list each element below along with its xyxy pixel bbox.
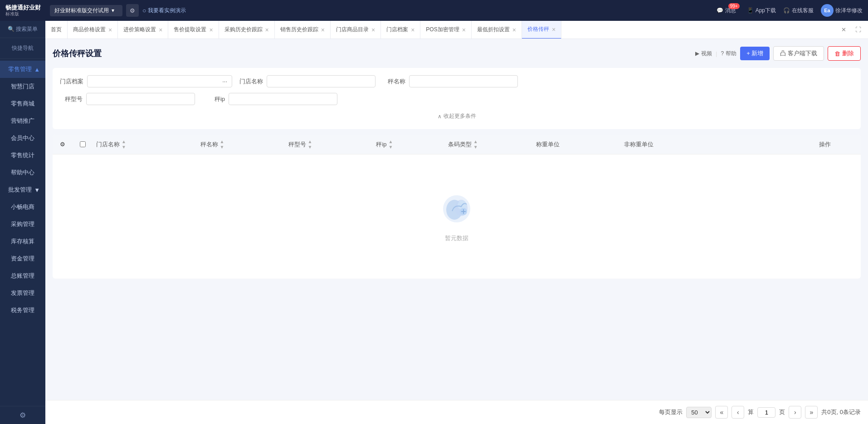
sidebar-item-label-marketing: 营销推广 bbox=[5, 117, 40, 125]
tab-store-profile[interactable]: 门店档案 × bbox=[381, 21, 420, 39]
sidebar-item-retail-stats[interactable]: 零售统计 bbox=[0, 147, 45, 164]
user-menu[interactable]: Ea 徐泽华修改 bbox=[821, 4, 863, 17]
sidebar-nav-label: 快捷导航 bbox=[12, 45, 34, 51]
tab-close-button[interactable]: ✕ bbox=[837, 24, 850, 36]
tab-pos-management[interactable]: POS加密管理 × bbox=[420, 21, 472, 39]
per-page-label: 每页显示 bbox=[659, 408, 683, 416]
tab-price-scale[interactable]: 价格传秤 × bbox=[522, 21, 561, 39]
tab-label-min-discount: 最低折扣设置 bbox=[477, 26, 510, 34]
sort-icon-store-name: ▲▼ bbox=[122, 139, 126, 149]
arrow-icon: ▲ bbox=[34, 66, 40, 73]
sidebar-item-member-center[interactable]: 会员中心 bbox=[0, 130, 45, 147]
tab-sale-history[interactable]: 销售历史价跟踪 × bbox=[275, 21, 331, 39]
tab-close-pos[interactable]: × bbox=[462, 27, 466, 33]
tab-expand-button[interactable]: ⛶ bbox=[852, 24, 864, 36]
sidebar-item-retail-mall[interactable]: 零售商城 bbox=[0, 95, 45, 112]
last-page-button[interactable]: » bbox=[805, 406, 818, 419]
sidebar-item-smart-store[interactable]: 智慧门店 bbox=[0, 78, 45, 95]
store-profile-selector[interactable]: ··· bbox=[87, 75, 232, 87]
message-button[interactable]: 💬 消息 99+ bbox=[717, 7, 736, 14]
page-content: 价格传秤设置 ▶ 视频 | ? 帮助 + 新增 bbox=[45, 39, 868, 400]
sidebar-nav-item-shortcut[interactable]: 快捷导航 bbox=[0, 41, 45, 56]
col-header-scale-name[interactable]: 秤名称 ▲▼ bbox=[197, 139, 285, 149]
store-name-input[interactable] bbox=[267, 75, 375, 87]
tab-close-price-scale[interactable]: × bbox=[552, 26, 556, 33]
table-settings-icon[interactable]: ⚙ bbox=[53, 141, 73, 148]
video-link[interactable]: ▶ 视频 bbox=[695, 50, 712, 58]
scale-name-input[interactable] bbox=[409, 75, 518, 87]
col-label-non-weight-unit: 非称重单位 bbox=[624, 140, 653, 149]
prev-page-button[interactable]: ‹ bbox=[731, 406, 744, 419]
tab-close-min-discount[interactable]: × bbox=[512, 27, 516, 33]
logo-area: 畅捷通好业财 标准版 bbox=[5, 4, 41, 17]
sidebar-item-invoice[interactable]: 发票管理 bbox=[0, 284, 45, 302]
col-header-barcode-type[interactable]: 条码类型 ▲▼ bbox=[444, 139, 532, 149]
help-link[interactable]: ? 帮助 bbox=[721, 50, 736, 58]
next-page-button[interactable]: › bbox=[789, 406, 801, 419]
question-icon: ? bbox=[721, 50, 724, 57]
filter-store-name-label: 门店名称 bbox=[239, 77, 263, 86]
tab-purchase-history[interactable]: 采购历史价跟踪 × bbox=[219, 21, 275, 39]
tab-home[interactable]: 首页 bbox=[45, 21, 68, 39]
tab-close-store-profile[interactable]: × bbox=[411, 27, 414, 33]
sidebar-item-label-mall: 零售商城 bbox=[5, 100, 40, 108]
add-button[interactable]: + 新增 bbox=[740, 47, 770, 60]
sidebar-item-wholesale[interactable]: 批发管理 ▼ bbox=[0, 181, 45, 198]
tab-min-discount[interactable]: 最低折扣设置 × bbox=[472, 21, 522, 39]
sidebar-item-label-wholesale: 批发管理 bbox=[5, 186, 34, 194]
sidebar-item-ecommerce[interactable]: 小畅电商 bbox=[0, 198, 45, 216]
col-header-scale-model[interactable]: 秤型号 ▲▼ bbox=[285, 139, 373, 149]
col-label-store-name: 门店名称 bbox=[96, 140, 120, 149]
add-label: + 新增 bbox=[746, 49, 763, 58]
arrow-down-icon: ▼ bbox=[34, 187, 40, 193]
tab-close-sale-price[interactable]: × bbox=[209, 27, 213, 33]
tab-close-purchase-history[interactable]: × bbox=[265, 27, 269, 33]
tab-close-purchase-strategy[interactable]: × bbox=[159, 27, 162, 33]
col-header-weight-unit[interactable]: 称重单位 bbox=[532, 140, 620, 149]
sidebar-item-help-center[interactable]: 帮助中心 bbox=[0, 164, 45, 181]
page-title: 价格传秤设置 bbox=[53, 48, 102, 59]
settings-icon[interactable]: ⚙ bbox=[126, 4, 139, 17]
select-all-checkbox[interactable] bbox=[80, 141, 86, 147]
demo-link[interactable]: ○ 我要看实例演示 bbox=[142, 7, 186, 14]
tab-price-settings[interactable]: 商品价格设置 × bbox=[68, 21, 118, 39]
sidebar-item-general-ledger[interactable]: 总账管理 bbox=[0, 267, 45, 284]
col-header-non-weight-unit[interactable]: 非称重单位 bbox=[620, 140, 789, 149]
tab-store-catalog[interactable]: 门店商品目录 × bbox=[331, 21, 381, 39]
scale-ip-input[interactable] bbox=[229, 93, 337, 105]
tab-close-store-catalog[interactable]: × bbox=[371, 27, 375, 33]
tab-sale-price[interactable]: 售价提取设置 × bbox=[168, 21, 219, 39]
top-bar: 畅捷通好业财 标准版 好业财标准版交付试用 ▾ ⚙ ○ 我要看实例演示 💬 消息… bbox=[0, 0, 868, 21]
tab-close-sale-history[interactable]: × bbox=[321, 27, 325, 33]
tab-purchase-strategy[interactable]: 进价策略设置 × bbox=[118, 21, 168, 39]
sidebar-item-retail-management[interactable]: 零售管理 ▲ bbox=[0, 61, 45, 78]
page-input[interactable] bbox=[757, 407, 775, 418]
version-selector[interactable]: 好业财标准版交付试用 ▾ bbox=[50, 5, 122, 16]
sidebar-item-purchase[interactable]: 采购管理 bbox=[0, 216, 45, 233]
app-download-button[interactable]: 📱 App下载 bbox=[747, 7, 776, 14]
sidebar-item-tax[interactable]: 税务管理 bbox=[0, 302, 45, 319]
scale-model-input[interactable] bbox=[86, 93, 195, 105]
username: 徐泽华修改 bbox=[835, 7, 863, 14]
sidebar-settings-icon[interactable]: ⚙ bbox=[20, 411, 26, 419]
sidebar-item-label-help: 帮助中心 bbox=[5, 169, 40, 177]
video-label: 视频 bbox=[701, 50, 712, 58]
tab-close-price-settings[interactable]: × bbox=[108, 27, 112, 33]
sidebar-item-marketing[interactable]: 营销推广 bbox=[0, 112, 45, 130]
phone-icon: 📱 bbox=[747, 7, 754, 14]
sidebar-item-finance[interactable]: 资金管理 bbox=[0, 250, 45, 267]
sidebar-search[interactable]: 🔍 搜索菜单 bbox=[0, 21, 45, 38]
sidebar-item-inventory[interactable]: 库存核算 bbox=[0, 233, 45, 250]
download-button[interactable]: 凸 客户端下载 bbox=[773, 46, 824, 61]
first-page-button[interactable]: « bbox=[715, 406, 728, 419]
col-header-operation: 操作 bbox=[789, 140, 861, 149]
sidebar-item-label-ledger: 总账管理 bbox=[5, 272, 40, 280]
filter-scale-name: 秤名称 bbox=[383, 75, 518, 87]
table-select-all[interactable] bbox=[73, 141, 93, 147]
online-service-button[interactable]: 🎧 在线客服 bbox=[783, 7, 814, 14]
col-header-store-name[interactable]: 门店名称 ▲▼ bbox=[93, 139, 197, 149]
delete-button[interactable]: 🗑 删除 bbox=[828, 46, 861, 61]
collapse-button[interactable]: ∧ 收起更多条件 bbox=[60, 111, 853, 122]
per-page-select[interactable]: 50 10 20 100 bbox=[686, 407, 712, 418]
col-header-scale-ip[interactable]: 秤ip ▲▼ bbox=[372, 139, 444, 149]
